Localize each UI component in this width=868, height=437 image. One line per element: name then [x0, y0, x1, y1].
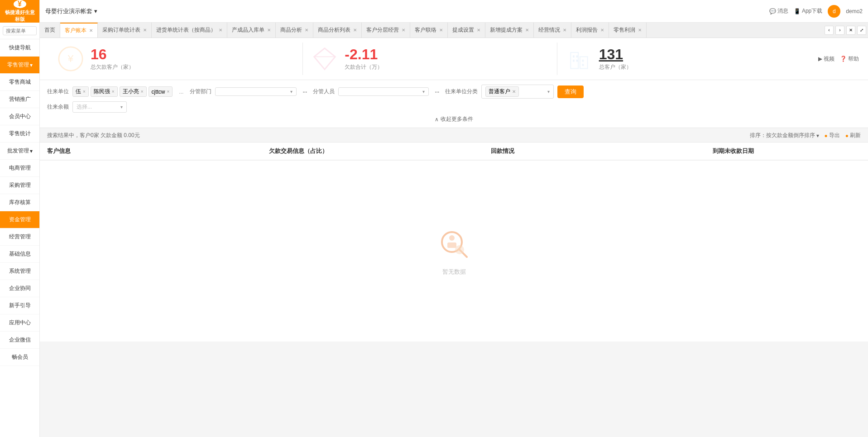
sidebar-item-新手引导[interactable]: 新手引导 — [0, 297, 39, 314]
stat-value-0: 16 — [91, 47, 293, 62]
sidebar-item-快捷导航[interactable]: 快捷导航 — [0, 39, 39, 57]
sidebar-item-零售统计[interactable]: 零售统计 — [0, 125, 39, 142]
collapse-button[interactable]: ∧ 收起更多条件 — [435, 115, 473, 123]
sidebar-item-系统管理[interactable]: 系统管理 — [0, 263, 39, 280]
sidebar-item-批发管理[interactable]: 批发管理▾ — [0, 142, 39, 160]
tab-零售利润[interactable]: 零售利润✕ — [609, 23, 647, 38]
category-select[interactable]: 普通客户 ✕ ▾ — [481, 85, 554, 99]
remove-tag-icon[interactable]: × — [167, 89, 170, 94]
sidebar-item-经营管理[interactable]: 经营管理 — [0, 228, 39, 246]
sidebar-item-零售商城[interactable]: 零售商城 — [0, 74, 39, 91]
export-button[interactable]: ● 导出 — [825, 132, 840, 139]
tab-客户分层经营[interactable]: 客户分层经营✕ — [362, 23, 410, 38]
tab-close-icon[interactable]: ✕ — [525, 28, 529, 33]
messages-button[interactable]: 💬 消息 — [769, 7, 788, 15]
stat-label-1: 欠款合计（万） — [345, 63, 547, 71]
svg-point-14 — [449, 235, 455, 241]
tab-close-all-button[interactable]: ✕ — [846, 26, 855, 35]
tab-close-icon[interactable]: ✕ — [563, 28, 566, 33]
tab-label: 客户联络 — [415, 26, 436, 34]
refresh-icon: ● — [845, 133, 849, 139]
sidebar-item-应用中心[interactable]: 应用中心 — [0, 314, 39, 332]
tab-客户联络[interactable]: 客户联络✕ — [410, 23, 448, 38]
tab-新增提成方案[interactable]: 新增提成方案✕ — [485, 23, 534, 38]
dept-more-button[interactable]: ··· — [300, 89, 309, 95]
sidebar-item-畅会员[interactable]: 畅会员 — [0, 349, 39, 366]
tab-提成设置[interactable]: 提成设置✕ — [448, 23, 485, 38]
tab-expand-button[interactable]: ⤢ — [857, 26, 866, 35]
tab-商品分析列表[interactable]: 商品分析列表✕ — [313, 23, 362, 38]
tab-利润报告[interactable]: 利润报告✕ — [571, 23, 609, 38]
sidebar-item-采购管理[interactable]: 采购管理 — [0, 177, 39, 194]
more-tags-button[interactable]: ... — [176, 88, 186, 96]
tab-close-icon[interactable]: ✕ — [402, 28, 405, 33]
tab-label: 商品分析 — [280, 26, 302, 34]
balance-placeholder: 选择... — [77, 103, 92, 111]
topbar-right: 💬 消息 📱 App下载 d demo2 — [769, 5, 863, 18]
sidebar-item-库存核算[interactable]: 库存核算 — [0, 194, 39, 211]
tab-close-icon[interactable]: ✕ — [267, 28, 271, 33]
chevron-right-icon: ▾ — [30, 62, 33, 68]
col-header-duedate: 到期未收款日期 — [713, 147, 861, 155]
sidebar-item-基础信息[interactable]: 基础信息 — [0, 246, 39, 263]
filter-tag-label: cjttcw — [152, 89, 165, 95]
tab-label: 零售利润 — [614, 26, 635, 34]
sidebar-item-企业微信[interactable]: 企业微信 — [0, 332, 39, 349]
app-download-button[interactable]: 📱 App下载 — [794, 7, 822, 15]
tab-经营情况[interactable]: 经营情况✕ — [534, 23, 571, 38]
sidebar-item-电商管理[interactable]: 电商管理 — [0, 160, 39, 177]
tab-首页[interactable]: 首页 — [40, 23, 60, 38]
svg-rect-9 — [576, 60, 578, 62]
empty-icon — [436, 226, 472, 262]
stat-value-2[interactable]: 131 — [599, 47, 802, 62]
sidebar-item-零售管理[interactable]: 零售管理▾ — [0, 57, 39, 74]
category-tag-remove[interactable]: ✕ — [512, 89, 516, 94]
chevron-down-icon: ▾ — [94, 8, 97, 14]
tab-close-icon[interactable]: ✕ — [143, 28, 147, 33]
stats-container: ¥16总欠款客户（家）-2.11欠款合计（万）131总客户（家） — [49, 43, 811, 75]
remove-tag-icon[interactable]: × — [141, 89, 144, 94]
tab-商品分析[interactable]: 商品分析✕ — [276, 23, 313, 38]
person-select[interactable]: ▾ — [338, 87, 429, 96]
tab-next-button[interactable]: › — [835, 26, 844, 35]
person-more-button[interactable]: ··· — [432, 89, 441, 95]
refresh-button[interactable]: ● 刷新 — [845, 132, 861, 139]
export-label: 导出 — [829, 132, 840, 139]
tab-close-icon[interactable]: ✕ — [305, 28, 308, 33]
tab-prev-button[interactable]: ‹ — [825, 26, 834, 35]
remove-tag-icon[interactable]: × — [83, 89, 86, 94]
sidebar-item-营销推广[interactable]: 营销推广 — [0, 91, 39, 108]
results-bar: 搜索结果中，客户0家 欠款金额 0.00元 排序：按欠款金额倒序排序 ▾ ● 导… — [40, 129, 868, 142]
sidebar-item-企业协同[interactable]: 企业协同 — [0, 280, 39, 297]
tab-采购订单统计表[interactable]: 采购订单统计表✕ — [98, 23, 152, 38]
refresh-label: 刷新 — [850, 132, 861, 139]
tab-close-icon[interactable]: ✕ — [439, 28, 443, 33]
video-link[interactable]: ▶ 视频 — [818, 55, 834, 63]
search-input[interactable] — [3, 26, 37, 35]
tab-产成品入库单[interactable]: 产成品入库单✕ — [227, 23, 276, 38]
balance-select[interactable]: 选择... ▾ — [72, 101, 127, 113]
avatar[interactable]: d — [828, 5, 840, 18]
tab-nav-buttons: ‹ › ✕ ⤢ — [823, 26, 868, 35]
sort-dropdown[interactable]: 排序：按欠款金额倒序排序 ▾ — [750, 132, 819, 139]
tab-close-icon[interactable]: ✕ — [638, 28, 642, 33]
dept-select[interactable]: ▾ — [215, 87, 297, 96]
tab-close-icon[interactable]: ✕ — [89, 28, 93, 33]
tab-close-icon[interactable]: ✕ — [477, 28, 480, 33]
tabs-container: 首页客户账本✕采购订单统计表✕进货单统计表（按商品）✕产成品入库单✕商品分析✕商… — [40, 23, 823, 38]
sidebar-item-资金管理[interactable]: 资金管理 — [0, 211, 39, 228]
filter-tag-label: 伍 — [76, 88, 81, 95]
company-selector[interactable]: 母婴行业演示帐套 ▾ — [45, 7, 97, 15]
tab-进货单统计表（按商品）[interactable]: 进货单统计表（按商品）✕ — [152, 23, 227, 38]
sidebar-search-container — [0, 23, 39, 39]
stats-actions: ▶ 视频 ❓ 帮助 — [811, 55, 859, 63]
tab-close-icon[interactable]: ✕ — [219, 28, 222, 33]
tab-客户账本[interactable]: 客户账本✕ — [60, 23, 98, 38]
filter-row-1: 往来单位 伍×陈民强×王小亮×cjttcw× ... 分管部门 ▾ ··· 分管… — [47, 85, 861, 99]
tab-close-icon[interactable]: ✕ — [600, 28, 604, 33]
remove-tag-icon[interactable]: × — [112, 89, 115, 94]
sidebar-item-会员中心[interactable]: 会员中心 — [0, 108, 39, 125]
query-button[interactable]: 查询 — [557, 86, 584, 98]
help-link[interactable]: ❓ 帮助 — [840, 55, 859, 63]
tab-close-icon[interactable]: ✕ — [353, 28, 357, 33]
